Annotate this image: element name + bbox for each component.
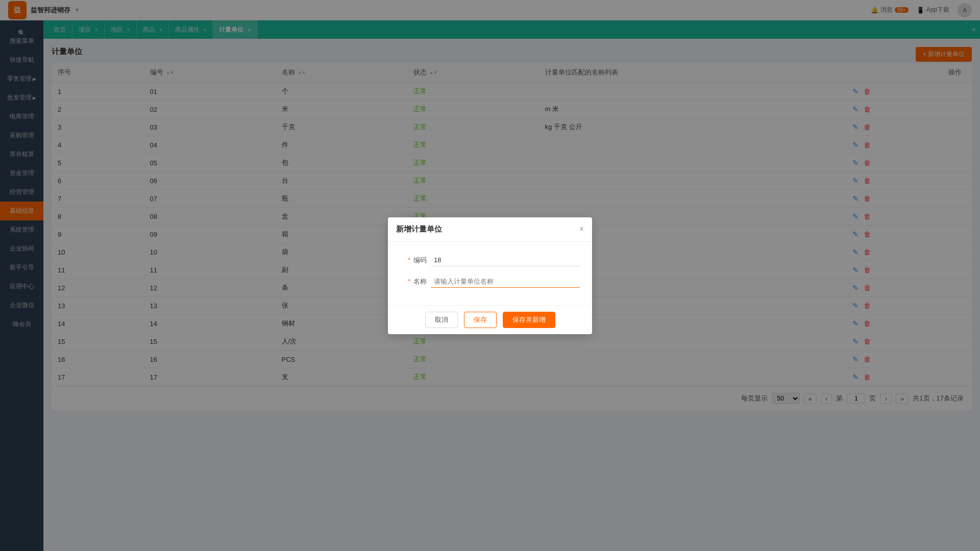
- modal-header: 新增计量单位 ×: [388, 217, 592, 242]
- save-and-add-button[interactable]: 保存并新增: [503, 312, 555, 328]
- name-label: * 名称: [400, 277, 431, 286]
- modal-footer: 取消 保存 保存并新增: [388, 305, 592, 334]
- modal-title: 新增计量单位: [396, 224, 442, 234]
- name-required-mark: *: [408, 278, 410, 285]
- name-input[interactable]: [431, 276, 580, 288]
- code-required-mark: *: [408, 256, 410, 264]
- code-label: * 编码: [400, 256, 431, 265]
- code-form-row: * 编码: [400, 254, 580, 266]
- add-unit-modal: 新增计量单位 × * 编码 * 名称 取消 保存 保存并新增: [388, 217, 592, 334]
- save-button[interactable]: 保存: [464, 312, 497, 328]
- cancel-button[interactable]: 取消: [425, 312, 458, 328]
- modal-close-button[interactable]: ×: [579, 224, 584, 234]
- name-form-row: * 名称: [400, 276, 580, 288]
- modal-overlay[interactable]: 新增计量单位 × * 编码 * 名称 取消 保存 保存并新增: [0, 0, 980, 551]
- code-input[interactable]: [431, 254, 580, 266]
- modal-body: * 编码 * 名称: [388, 242, 592, 305]
